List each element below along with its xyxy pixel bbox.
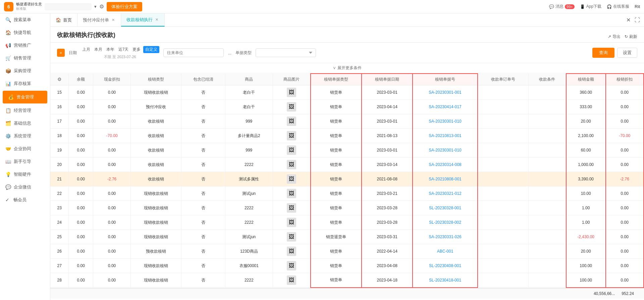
home-icon: 🏠 [56, 17, 61, 23]
filter-settings-btn[interactable]: 设置 [617, 48, 637, 58]
cell-verify_discount: 0.00 [606, 85, 644, 100]
cell-receipt_order_no [478, 201, 528, 215]
date-range-display: 不限 至 2023-07-26 [104, 54, 136, 59]
export-btn[interactable]: ↗ 导出 [608, 34, 621, 40]
sidebar-item-search[interactable]: 🔍搜索菜单 [0, 13, 50, 26]
date-option-7days[interactable]: 近7天 [117, 46, 130, 53]
cell-settings: 23 [50, 201, 69, 215]
col-settings-icon[interactable]: ⚙ [57, 77, 62, 82]
cell-verify_type: 收款核销 [130, 114, 181, 129]
cell-receipt_condition [528, 114, 566, 129]
cell-receipt_order_no [478, 85, 528, 100]
verify-no-link[interactable]: SA-20210813-001 [429, 133, 461, 138]
sidebar-item-member[interactable]: ✓畅会员 [0, 194, 50, 206]
date-option-this-month[interactable]: 本月 [93, 46, 104, 53]
verify-no-link[interactable]: SA-20230301-010 [429, 119, 461, 124]
tab-expand-btn[interactable]: ⛶ [633, 16, 641, 25]
sidebar-label-quick: 快捷导航 [14, 30, 31, 36]
cell-cash_discount: 0.00 [93, 186, 131, 201]
cell-verify_bill_type: 销货单 [311, 259, 362, 273]
cell-verify_no: SA-20230301-010 [413, 114, 477, 129]
sidebar-item-operations[interactable]: 📋经营管理 [0, 104, 50, 117]
sidebar-item-enterprise[interactable]: 🤝企业协同 [0, 142, 50, 155]
cell-verify_discount: -2.76 [606, 172, 644, 186]
date-option-this-year[interactable]: 本年 [105, 46, 116, 53]
verify-no-link[interactable]: ABC-001 [437, 249, 453, 254]
col-header-receipt_condition: 收款条件 [528, 74, 566, 85]
verify-no-link[interactable]: SL-20230328-002 [429, 220, 461, 225]
verify-no-link[interactable]: SL-20230408-001 [429, 263, 461, 268]
cell-verify_no: SL-20230408-001 [413, 259, 477, 273]
goods-image-thumb: 🖼 [287, 160, 296, 169]
sidebar-item-finance[interactable]: 💰资金管理 [3, 91, 47, 103]
verify-no-link[interactable]: SL-20230418-001 [429, 278, 461, 283]
expand-more-conditions-btn[interactable]: ∨ 展开更多条件 [333, 65, 361, 71]
tab-home[interactable]: 🏠 首页 [50, 13, 77, 27]
tab-prepay[interactable]: 预付冲应付单 ✕ [77, 13, 121, 27]
tab-prepay-close[interactable]: ✕ [111, 17, 115, 23]
app-name: 畅捷通谱好生意 标准版 [16, 2, 42, 11]
verify-no-link[interactable]: SA-20230301-001 [429, 90, 461, 95]
cell-cash_discount: 0.00 [93, 201, 131, 215]
gear-settings-btn[interactable]: ⚙ [99, 3, 104, 10]
search-icon: 🔍 [5, 17, 11, 23]
counterpart-input[interactable] [163, 48, 224, 57]
cell-receipt_condition [528, 158, 566, 172]
page-content: 收款核销执行(按收款) ↗ 导出 ↻ 刷新 » [50, 27, 644, 300]
table-area[interactable]: ⚙余额现金折扣核销类型包含已结清商品商品图片核销单据类型核销单据日期核销单据号收… [50, 73, 644, 300]
sidebar-item-system[interactable]: ⚙️系统管理 [0, 130, 50, 142]
verify-no-link[interactable]: SA-20230321-012 [429, 191, 461, 196]
industry-solution-btn[interactable]: 体验行业方案 [107, 2, 142, 11]
sidebar-item-purchase[interactable]: 📦采购管理 [0, 65, 50, 77]
date-option-custom[interactable]: 自定义 [143, 46, 159, 53]
refresh-btn[interactable]: ↻ 刷新 [625, 34, 637, 40]
message-btn[interactable]: 💬 消息 99+ [549, 4, 575, 9]
date-option-last-month[interactable]: 上月 [81, 46, 92, 53]
chevron-down-btn[interactable]: ▾ [94, 4, 97, 9]
tab-receive-close[interactable]: ✕ [155, 17, 159, 22]
verify-no-link[interactable]: SA-20230301-010 [429, 148, 461, 153]
quick-icon: 🏠 [5, 30, 11, 35]
date-option-more[interactable]: 更多 [131, 46, 142, 53]
sidebar-item-wechat[interactable]: 💬企业微信 [0, 181, 50, 194]
cell-verify_amount: 100.00 [566, 273, 606, 288]
date-filter-group: 上月 本月 本年 近7天 更多 自定义 不限 至 2023-07-26 [81, 46, 160, 59]
app-download-btn[interactable]: 📱 App下载 [580, 4, 601, 9]
cell-receipt_order_no [478, 186, 528, 201]
cell-verify_date: 2023-04-14 [362, 100, 413, 114]
sidebar-item-guide[interactable]: 📖新手引导 [0, 155, 50, 168]
cell-balance: 0.00 [69, 143, 93, 158]
bill-type-select[interactable] [256, 48, 316, 57]
cell-receipt_order_no [478, 114, 528, 129]
sidebar-label-guide: 新手引导 [14, 159, 31, 165]
online-service-btn[interactable]: 🎧 在线客服 [607, 4, 629, 9]
cell-verify_no: SA-20230331-026 [413, 230, 477, 244]
sidebar-item-sales[interactable]: 🛒销售管理 [0, 52, 50, 65]
cell-balance: 0.00 [69, 273, 93, 288]
query-btn[interactable]: 查询 [592, 48, 614, 58]
sidebar-item-inventory[interactable]: 📊库存核算 [0, 77, 50, 90]
sidebar-item-quick[interactable]: 🏠快捷导航 [0, 26, 50, 39]
cell-verify_type: 现销收款核销 [130, 186, 181, 201]
verify-no-link[interactable]: SA-20230331-026 [429, 234, 461, 239]
cell-receipt_order_no [478, 100, 528, 114]
verify-no-link[interactable]: SA-20230314-008 [429, 162, 461, 167]
sidebar-item-basic[interactable]: 🗂️基础信息 [0, 117, 50, 130]
cell-verify_discount: 0.00 [606, 215, 644, 230]
app-search-input[interactable] [45, 3, 92, 10]
sidebar-item-hardware[interactable]: 💡智能硬件 [0, 168, 50, 181]
goods-image-thumb: 🖼 [287, 145, 296, 155]
tab-close-window-btn[interactable]: ✕ [625, 15, 632, 25]
verify-no-link[interactable]: SA-20230414-017 [429, 104, 461, 109]
tab-receive[interactable]: 收款核销执行 ✕ [121, 13, 165, 27]
goods-image-thumb: 🖼 [287, 247, 296, 256]
verify-no-link[interactable]: SL-20230328-001 [429, 206, 461, 210]
expand-filter-btn[interactable]: » [57, 49, 65, 57]
counterpart-icon[interactable]: ... [228, 50, 231, 55]
goods-image-thumb: 🖼 [287, 131, 296, 140]
verify-no-link[interactable]: SA-20210808-001 [429, 177, 461, 181]
cell-settings: 20 [50, 158, 69, 172]
hardware-icon: 💡 [5, 172, 11, 177]
sidebar-item-marketing[interactable]: 📢营销推广 [0, 39, 50, 52]
cell-verify_type: 现销收款核销 [130, 273, 181, 288]
